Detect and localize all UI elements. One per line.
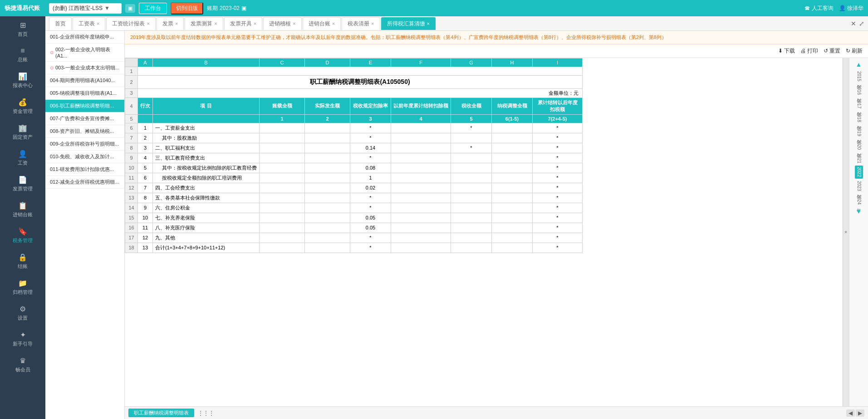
sidebar-item-closing[interactable]: 🔒 结账 [0,248,45,274]
download-button[interactable]: ⬇ 下载 [778,47,795,55]
tab-payroll[interactable]: 工资表 × [73,17,105,30]
table-row-unit: 3 金额单位：元 [125,88,583,97]
sidebar-item-home[interactable]: ⊞ 首页 [0,16,45,42]
header-d: 实际发生额 [305,97,350,114]
tab-close-invoice-calc[interactable]: × [214,21,217,26]
sidebar-item-invoice-mgmt[interactable]: 📄 发票管理 [0,171,45,197]
sidebar-item-label: 首页 [18,31,28,38]
left-panel-item-008[interactable]: 008-资产折旧、摊销及纳税... [45,125,124,138]
year-nav-up[interactable]: ▲ [855,60,863,69]
refresh-button[interactable]: ↻ 刷新 [846,47,863,55]
tab-expand-icon[interactable]: ⤢ [859,20,864,27]
year-2018[interactable]: 2018年 [855,111,863,123]
reset-button[interactable]: ↺ 重置 [824,47,840,55]
left-panel-item-012[interactable]: 012-减免企业所得税优惠明细... [45,176,124,189]
sidebar-item-settings[interactable]: ⚙ 设置 [0,300,45,326]
print-icon: 🖨 [800,48,806,54]
user-avatar[interactable]: 👤 徐泽华 [839,5,863,12]
tab-close-payroll[interactable]: × [97,21,99,26]
sales-icon: 📋 [18,201,27,210]
sheet-table: A B C D E F G H I [125,58,583,253]
sidebar-item-fixed-assets[interactable]: 🏢 固定资产 [0,119,45,145]
left-panel-item-007[interactable]: 007-广告费和业务宣传费摊... [45,112,124,125]
tab-close-invoice[interactable]: × [175,21,178,26]
sidebar-item-label: 归档管理 [13,289,33,296]
sidebar-item-assets-mgmt[interactable]: 💰 资金管理 [0,93,45,119]
left-panel-item-009[interactable]: 009-企业所得税弥补亏损明细... [45,138,124,151]
table-row: 17 12 九、其他 * * [125,233,583,243]
switch-old-button[interactable]: 切到旧版 [171,2,203,15]
bottom-tab-label: 职工薪酬纳税调整明细表 [134,410,189,415]
payroll-icon: 👤 [18,150,27,158]
sidebar-item-sales-ledger[interactable]: 📋 进销台账 [0,197,45,223]
archive-icon: 📁 [18,279,27,287]
workbench-button[interactable]: 工作台 [139,3,167,14]
sidebar-item-tax-mgmt[interactable]: 🔖 税务管理 [0,223,45,248]
tab-close-all-icon[interactable]: ✕ [851,20,856,27]
tab-incoming-check[interactable]: 进销稽核 × [263,17,301,30]
tab-close-invoice-open[interactable]: × [254,21,256,26]
year-2015[interactable]: 2015年 [855,70,863,83]
tab-invoice-open[interactable]: 发票开具 × [224,17,262,30]
table-row: 10 5 其中：按税收规定比例扣除的职工教育经费 0.08 * [125,163,583,173]
tab-incoming-ledger[interactable]: 进销台账 × [303,17,341,30]
left-panel-item-001[interactable]: 001-企业所得税年度纳税申... [45,31,124,44]
tab-close-tax-clear[interactable]: × [371,21,374,26]
period-calendar-icon[interactable]: ▣ [241,5,246,11]
company-selector[interactable]: (勿删) 江西赣宝-LSS ▼ [49,3,122,14]
year-2024[interactable]: 2024年 [855,193,863,206]
sheet-title: 职工薪酬纳税调整明细表(A105050) [310,78,410,85]
reset-icon: ↺ [824,48,828,54]
left-panel-item-002[interactable]: ⊙ 002-一般企业收入明细表(A1... [45,44,124,62]
left-panel-item-004[interactable]: 004-期间费用明细表(A1040... [45,74,124,87]
year-nav-down[interactable]: ▼ [855,207,863,216]
service-button[interactable]: ☎ 人工客询 [804,5,833,12]
spreadsheet-container[interactable]: A B C D E F G H I [125,58,843,407]
year-2019[interactable]: 2019年 [855,125,863,137]
year-2021[interactable]: 2021年 [855,152,863,165]
scroll-right-icon[interactable]: ▶ [856,409,864,417]
left-panel-item-010[interactable]: 010-免税、减收收入及加计... [45,151,124,163]
col-c: C [260,58,305,67]
sidebar-item-label: 总账 [18,56,28,63]
error-icon-003: ⊙ [50,65,54,70]
left-panel-item-011[interactable]: 011-研发费用加计扣除优惠... [45,163,124,176]
tab-payroll-stat[interactable]: 工资统计报表 × [106,17,155,30]
year-2020[interactable]: 2020年 [855,138,863,151]
tab-invoice-calc[interactable]: 发票测算 × [185,17,223,30]
header-linenum: 行次 [138,97,153,114]
tab-close-tax-summary[interactable]: × [427,21,430,26]
year-2016[interactable]: 2016年 [855,83,863,96]
sidebar-item-archive-mgmt[interactable]: 📁 归档管理 [0,274,45,300]
tab-tax-clear[interactable]: 税表清册 × [342,17,380,30]
table-row: 1 [125,67,583,75]
tab-tax-summary[interactable]: 所得税汇算清缴 × [381,17,436,30]
tabbar: 首页 工资表 × 工资统计报表 × 发票 × 发票测算 × 发票开具 × 进销稽… [45,16,868,31]
sidebar-item-payroll[interactable]: 👤 工资 [0,145,45,171]
subheader-3: 3 [350,114,391,123]
left-panel-item-005[interactable]: 005-纳税调整项目明细表(A1... [45,87,124,100]
sidebar-item-label: 进销台账 [13,211,33,218]
tab-invoice[interactable]: 发票 × [157,17,184,30]
tab-close-incoming-ledger[interactable]: × [332,21,335,26]
sidebar-item-reports[interactable]: 📊 报表中心 [0,68,45,93]
sidebar-item-general-ledger[interactable]: ≡ 总账 [0,42,45,68]
year-2017[interactable]: 2017年 [855,97,863,110]
bottom-tab-menu[interactable]: ⋮⋮⋮ [198,410,214,416]
year-2022[interactable]: 2022年 [855,166,863,178]
tab-close-incoming-check[interactable]: × [293,21,295,26]
print-button[interactable]: 🖨 打印 [800,47,818,55]
calendar-icon[interactable]: ▣ [125,4,135,13]
left-panel-item-006[interactable]: 006-职工薪酬纳税调整明细... [45,100,124,112]
company-dropdown-icon[interactable]: ▼ [104,5,110,11]
sidebar-item-member[interactable]: ♛ 畅会员 [0,352,45,378]
bottom-tab-sheet[interactable]: 职工薪酬纳税调整明细表 [128,409,194,417]
scroll-left-icon[interactable]: ◀ [846,409,855,417]
collapse-button[interactable]: « [843,58,849,407]
tab-home[interactable]: 首页 [49,17,72,30]
tab-close-payroll-stat[interactable]: × [147,21,149,26]
left-panel-item-003[interactable]: ⊙ 003-一般企业成本支出明细... [45,62,124,74]
year-2023[interactable]: 2023年 [855,180,863,192]
sidebar-item-label: 工资 [18,160,28,166]
sidebar-item-new-guide[interactable]: ✦ 新手引导 [0,326,45,352]
